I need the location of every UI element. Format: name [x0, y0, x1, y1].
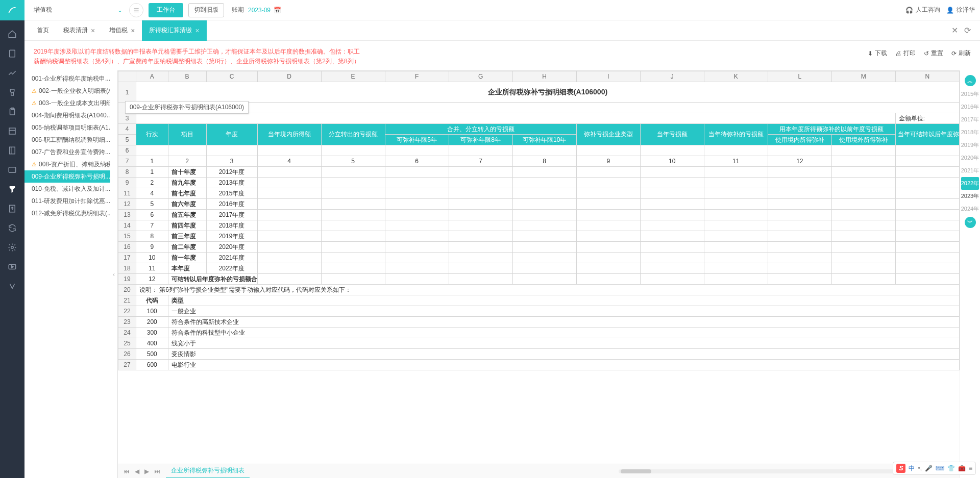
cell[interactable] [576, 210, 640, 220]
cell[interactable]: 9 [136, 242, 168, 253]
cell[interactable] [704, 220, 768, 231]
cell[interactable]: 2013年度 [206, 178, 257, 188]
cell[interactable] [385, 274, 449, 285]
ime-toolbar[interactable]: S 中 •, 🎤 ⌨ 👕 🧰 ≡ [893, 462, 976, 475]
cell[interactable]: 5 [136, 199, 168, 210]
sheet-nav-prev-icon[interactable]: ◀ [133, 468, 141, 475]
cell[interactable]: 代码 [136, 295, 168, 306]
ime-menu-icon[interactable]: ≡ [969, 465, 972, 472]
col-header[interactable]: J [640, 71, 704, 82]
row-number[interactable]: 5 [118, 135, 136, 145]
sheet-tab-name[interactable]: 企业所得税弥补亏损明细表 [166, 464, 250, 479]
cell[interactable] [895, 199, 959, 210]
period-value[interactable]: 2023-09 [248, 7, 271, 14]
ime-punct-icon[interactable]: •, [918, 465, 922, 472]
nav-tax-icon[interactable] [2, 181, 22, 198]
cell[interactable] [895, 178, 959, 188]
cell[interactable]: 2018年度 [206, 220, 257, 231]
cell[interactable] [768, 220, 831, 231]
cell[interactable] [768, 199, 831, 210]
col-header[interactable]: E [321, 71, 385, 82]
row-number[interactable]: 26 [118, 349, 136, 360]
cell[interactable] [512, 242, 576, 253]
cell[interactable] [321, 210, 385, 220]
cell[interactable] [895, 167, 959, 178]
cell[interactable] [768, 178, 831, 188]
col-header[interactable]: C [206, 71, 257, 82]
print-link[interactable]: 🖨打印 [895, 49, 916, 58]
cell[interactable] [576, 199, 640, 210]
corner-cell[interactable] [118, 71, 136, 82]
col-header[interactable]: K [704, 71, 768, 82]
cell[interactable] [831, 220, 895, 231]
year-item[interactable]: 2021年 [961, 164, 979, 177]
cell[interactable] [768, 253, 831, 263]
cell[interactable] [385, 178, 449, 188]
cell[interactable]: 7 [449, 156, 512, 167]
cell[interactable]: 2019年度 [206, 231, 257, 242]
cell[interactable] [449, 231, 512, 242]
nav-inventory-icon[interactable] [2, 122, 22, 140]
cell[interactable] [385, 263, 449, 274]
cell[interactable] [895, 145, 959, 156]
cell[interactable] [449, 210, 512, 220]
nav-v-icon[interactable] [2, 278, 22, 295]
col-header[interactable]: F [385, 71, 449, 82]
cell[interactable] [831, 274, 895, 285]
cell[interactable] [704, 274, 768, 285]
cell[interactable] [136, 145, 168, 156]
row-number[interactable]: 4 [118, 124, 136, 135]
year-item[interactable]: 2015年 [961, 88, 979, 100]
cell[interactable] [512, 178, 576, 188]
row-number[interactable]: 6 [118, 145, 136, 156]
cell[interactable] [321, 145, 385, 156]
cell[interactable] [576, 220, 640, 231]
cell[interactable] [895, 263, 959, 274]
cell[interactable] [321, 167, 385, 178]
cell[interactable] [257, 274, 321, 285]
horizontal-scrollbar[interactable] [619, 469, 935, 473]
cell[interactable] [512, 231, 576, 242]
col-header[interactable]: H [512, 71, 576, 82]
cell[interactable]: 2022年度 [206, 263, 257, 274]
tree-item[interactable]: 004-期间费用明细表(A1040... [24, 109, 110, 121]
switch-old-button[interactable]: 切到旧版 [188, 3, 224, 17]
cell[interactable] [449, 242, 512, 253]
cell[interactable] [831, 231, 895, 242]
cell[interactable]: 8 [512, 156, 576, 167]
row-number[interactable]: 24 [118, 328, 136, 338]
cell[interactable] [831, 253, 895, 263]
cell[interactable]: 6 [136, 210, 168, 220]
cell[interactable]: 2 [136, 178, 168, 188]
cell[interactable] [576, 178, 640, 188]
cell[interactable]: 4 [136, 188, 168, 199]
col-header[interactable]: I [576, 71, 640, 82]
cell[interactable] [449, 178, 512, 188]
cell[interactable] [768, 145, 831, 156]
cell[interactable] [704, 210, 768, 220]
cell[interactable]: 2021年度 [206, 253, 257, 263]
cell[interactable] [831, 188, 895, 199]
sheet-nav-first-icon[interactable]: ⏮ [122, 468, 131, 475]
row-number[interactable]: 12 [118, 199, 136, 210]
cell[interactable] [385, 167, 449, 178]
cell[interactable]: 10 [136, 253, 168, 263]
cell[interactable] [640, 199, 704, 210]
cell[interactable] [640, 220, 704, 231]
consult-link[interactable]: 🎧 人工咨询 [905, 6, 940, 14]
cell[interactable]: 1 [136, 167, 168, 178]
cell[interactable]: 6 [385, 156, 449, 167]
tab-tax-list[interactable]: 税表清册× [56, 20, 102, 41]
row-number[interactable]: 11 [118, 188, 136, 199]
cell[interactable] [768, 210, 831, 220]
nav-home-icon[interactable] [2, 26, 22, 43]
cell[interactable] [257, 199, 321, 210]
cell[interactable] [640, 188, 704, 199]
tab-refresh-icon[interactable]: ⟳ [964, 26, 971, 35]
cell[interactable] [512, 199, 576, 210]
row-number[interactable]: 3 [118, 113, 136, 124]
cell[interactable] [385, 199, 449, 210]
cell[interactable] [449, 274, 512, 285]
ime-mic-icon[interactable]: 🎤 [925, 465, 933, 472]
cell[interactable] [831, 199, 895, 210]
